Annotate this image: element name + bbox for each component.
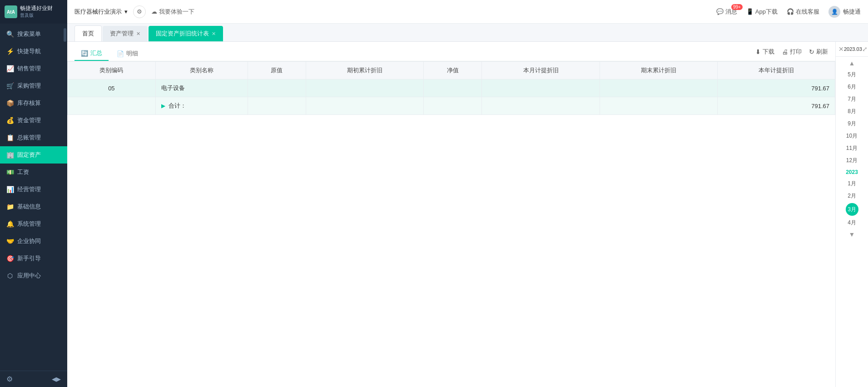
messages-badge: 99+ — [731, 4, 743, 10]
sidebar-item-label: 基础信息 — [17, 203, 41, 211]
tab-home[interactable]: 首页 — [74, 25, 102, 41]
subtab-detail-label: 明细 — [126, 50, 138, 58]
tab-close-icon[interactable]: ✕ — [136, 31, 140, 37]
settings-button[interactable]: ⚙ — [133, 5, 146, 18]
subtabs: 🔄 汇总 📄 明细 ⬇ 下载 🖨 打印 — [67, 42, 835, 61]
payroll-icon: 💵 — [6, 169, 14, 176]
sidebar-item-sales[interactable]: 📈 销售管理 — [0, 60, 67, 77]
system-icon: 🔔 — [6, 220, 14, 228]
refresh-button[interactable]: ↻ 刷新 — [809, 48, 828, 56]
date-month-8[interactable]: 8月 — [836, 105, 868, 118]
tabbar: 首页 资产管理 ✕ 固定资产折旧统计表 ✕ — [67, 24, 868, 42]
cell-code: 05 — [68, 79, 156, 97]
sidebar-item-system[interactable]: 🔔 系统管理 — [0, 215, 67, 233]
sidebar-nav-scroll: 🔍 搜索菜单 ⚡ 快捷导航 📈 销售管理 🛒 采购管理 📦 库存核算 💰 — [0, 24, 67, 371]
date-month-10[interactable]: 10月 — [836, 130, 868, 142]
search-icon: 🔍 — [6, 30, 14, 38]
date-month-2023-4[interactable]: 4月 — [836, 217, 868, 229]
sidebar-item-funds[interactable]: 💰 资金管理 — [0, 112, 67, 129]
date-month-9[interactable]: 9月 — [836, 118, 868, 130]
date-sidebar-year-display: 2023.03 — [844, 46, 862, 52]
user-menu[interactable]: 👤 畅捷通 — [828, 6, 861, 18]
date-month-11[interactable]: 11月 — [836, 142, 868, 154]
business-icon: 📊 — [6, 186, 14, 193]
content-main: 🔄 汇总 📄 明细 ⬇ 下载 🖨 打印 — [67, 42, 835, 387]
sidebar-item-corp-collab[interactable]: 🤝 企业协同 — [0, 233, 67, 250]
app-title: 畅捷通好业财 — [20, 5, 53, 12]
refresh-icon: ↻ — [809, 48, 814, 55]
fixed-assets-icon: 🏢 — [6, 151, 14, 159]
tab-asset-mgmt-label: 资产管理 — [110, 30, 134, 38]
sidebar: AtA 畅捷通好业财 普及版 🔍 搜索菜单 ⚡ 快捷导航 📈 销售管理 � — [0, 0, 67, 387]
sidebar-item-guide[interactable]: 🎯 新手引导 — [0, 250, 67, 267]
cell-original — [248, 79, 306, 97]
date-sidebar-expand-button[interactable]: ⤢ — [862, 45, 868, 53]
date-sidebar-close-button[interactable]: ✕ — [838, 45, 844, 53]
cell-period-end-accum — [600, 79, 717, 97]
ledger-icon: 📋 — [6, 134, 14, 141]
col-net: 净值 — [424, 62, 482, 79]
sidebar-item-label: 搜索菜单 — [17, 30, 41, 38]
date-month-7[interactable]: 7月 — [836, 93, 868, 105]
tab-depreciation-table[interactable]: 固定资产折旧统计表 ✕ — [149, 26, 223, 41]
sidebar-item-label: 经营管理 — [17, 185, 41, 194]
sidebar-item-app-center[interactable]: ⬡ 应用中心 — [0, 267, 67, 284]
online-support-button[interactable]: 🎧 在线客服 — [787, 8, 819, 16]
col-original: 原值 — [248, 62, 306, 79]
sidebar-item-label: 销售管理 — [17, 64, 41, 73]
app-download-button[interactable]: 📱 App下载 — [746, 8, 778, 16]
sidebar-item-search[interactable]: 🔍 搜索菜单 — [0, 25, 67, 43]
app-subtitle: 普及版 — [20, 12, 53, 19]
sidebar-item-quick-nav[interactable]: ⚡ 快捷导航 — [0, 43, 67, 60]
sidebar-item-inventory[interactable]: 📦 库存核算 — [0, 94, 67, 112]
date-month-2023-1[interactable]: 1月 — [836, 178, 868, 190]
detail-icon: 📄 — [117, 50, 124, 57]
content-area: 🔄 汇总 📄 明细 ⬇ 下载 🖨 打印 — [67, 42, 868, 387]
download-button[interactable]: ⬇ 下载 — [755, 48, 774, 56]
sidebar-item-payroll[interactable]: 💵 工资 — [0, 164, 67, 181]
table-row: 05 电子设备 791.67 — [68, 79, 835, 97]
cell-annual-depr: 791.67 — [717, 79, 835, 97]
print-button[interactable]: 🖨 打印 — [782, 48, 802, 56]
sidebar-item-label: 固定资产 — [17, 151, 41, 159]
date-month-5[interactable]: 5月 — [836, 69, 868, 81]
sidebar-item-label: 企业协同 — [17, 237, 41, 245]
guide-icon: 🎯 — [6, 255, 14, 262]
subtab-summary[interactable]: 🔄 汇总 — [74, 46, 109, 61]
date-month-6[interactable]: 6月 — [836, 81, 868, 93]
date-nav-up-button[interactable]: ▲ — [836, 58, 868, 69]
sidebar-item-basic-info[interactable]: 📁 基础信息 — [0, 198, 67, 215]
tab-depreciation-label: 固定资产折旧统计表 — [156, 30, 209, 38]
logo-icon: AtA — [5, 5, 17, 18]
date-month-2023-3[interactable]: 3月 — [846, 203, 858, 216]
scroll-indicator — [64, 28, 66, 42]
collapse-icon[interactable]: ◀▶ — [52, 376, 61, 382]
topbar-right: 💬 消息 99+ 📱 App下载 🎧 在线客服 👤 畅捷通 — [716, 6, 861, 18]
date-month-2023-2[interactable]: 2月 — [836, 190, 868, 202]
online-support-icon: 🎧 — [787, 8, 794, 15]
tab-asset-mgmt[interactable]: 资产管理 ✕ — [103, 26, 148, 41]
sidebar-item-ledger[interactable]: 📋 总账管理 — [0, 129, 67, 146]
tab-close-active-icon[interactable]: ✕ — [212, 31, 216, 37]
subtab-detail[interactable]: 📄 明细 — [110, 47, 144, 60]
date-nav-down-button[interactable]: ▼ — [836, 229, 868, 240]
company-selector[interactable]: 医疗器械行业演示 ▾ — [74, 8, 128, 16]
date-year-2023-label: 2023 — [836, 167, 868, 178]
app-download-label: App下载 — [755, 8, 778, 16]
cell-net — [424, 79, 482, 97]
messages-button[interactable]: 💬 消息 99+ — [716, 8, 737, 16]
chevron-down-icon: ▼ — [849, 231, 855, 238]
sidebar-item-label: 快捷导航 — [17, 47, 41, 55]
sidebar-item-fixed-assets[interactable]: 🏢 固定资产 — [0, 146, 67, 164]
date-month-12[interactable]: 12月 — [836, 154, 868, 167]
sidebar-item-label: 库存核算 — [17, 99, 41, 107]
subtotal-label: ▶ 合计： — [155, 97, 248, 115]
experience-button[interactable]: ☁ 我要体验一下 — [151, 8, 194, 16]
col-name: 类别名称 — [155, 62, 248, 79]
quick-nav-icon: ⚡ — [6, 48, 14, 55]
sidebar-item-business[interactable]: 📊 经营管理 — [0, 181, 67, 198]
sidebar-item-purchase[interactable]: 🛒 采购管理 — [0, 77, 67, 94]
sidebar-nav: 🔍 搜索菜单 ⚡ 快捷导航 📈 销售管理 🛒 采购管理 📦 库存核算 💰 — [0, 24, 67, 286]
date-sidebar-scroll[interactable]: ▲ 5月 6月 7月 8月 9月 10月 11月 12月 2023 1月 2月 … — [836, 57, 868, 387]
settings-footer-icon[interactable]: ⚙ — [6, 375, 13, 383]
